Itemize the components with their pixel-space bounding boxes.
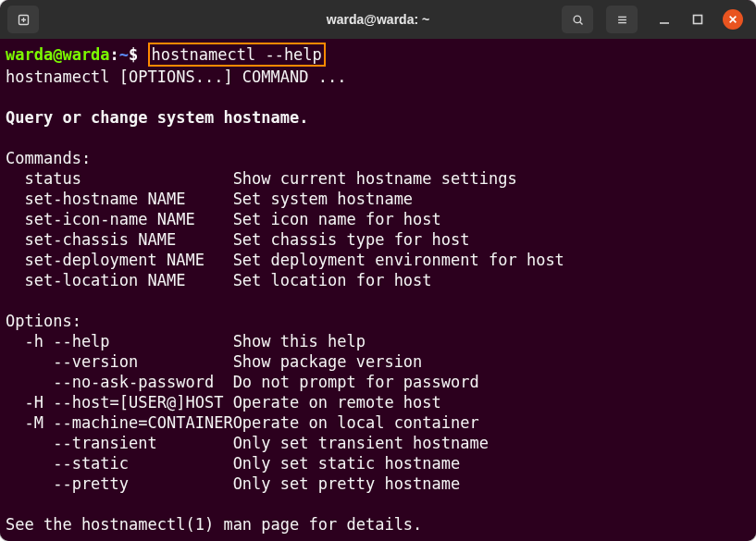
- menu-button[interactable]: [606, 6, 638, 33]
- search-button[interactable]: [562, 6, 593, 33]
- terminal-output[interactable]: warda@warda:~$ hostnamectl --help hostna…: [0, 39, 756, 541]
- prompt-colon: :: [110, 45, 119, 64]
- svg-point-3: [574, 16, 581, 23]
- maximize-button[interactable]: [689, 11, 706, 28]
- help-heading: Query or change system hostname.: [6, 108, 309, 127]
- close-button[interactable]: [723, 9, 743, 30]
- prompt-path: ~: [119, 45, 129, 64]
- command-highlight: hostnamectl --help: [148, 43, 326, 67]
- svg-rect-9: [694, 16, 702, 24]
- titlebar: warda@warda: ~: [0, 0, 756, 39]
- minimize-button[interactable]: [656, 11, 673, 28]
- prompt-dollar: $: [129, 45, 138, 64]
- svg-line-4: [579, 21, 582, 24]
- new-tab-button[interactable]: [7, 6, 39, 33]
- prompt-user-host: warda@warda: [6, 45, 110, 64]
- terminal-window: warda@warda: ~: [0, 0, 756, 541]
